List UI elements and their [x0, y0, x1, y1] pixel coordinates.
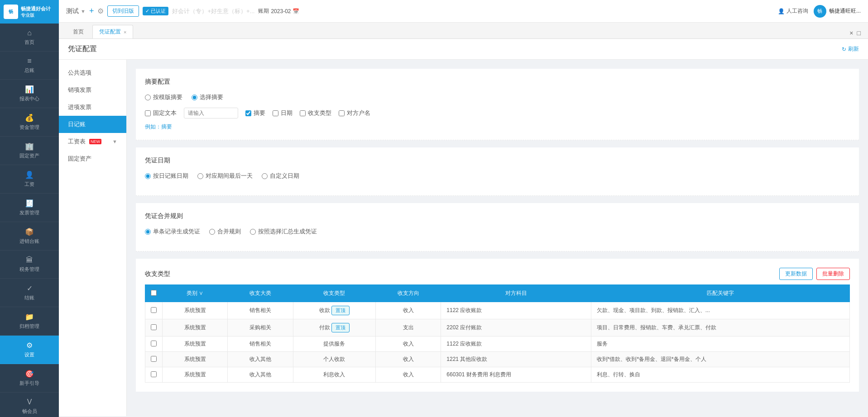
add-button[interactable]: +	[89, 6, 94, 16]
purchase-sales-icon: 📦	[25, 227, 34, 236]
radio-custom-date[interactable]: 自定义日期	[262, 172, 299, 180]
left-nav-payroll[interactable]: 工资表 NEW ▼	[59, 133, 126, 150]
left-nav-fixed-assets[interactable]: 固定资产	[59, 150, 126, 167]
cb-date[interactable]: 日期	[273, 109, 293, 117]
help-button[interactable]: 👤 人工咨询	[778, 7, 808, 15]
left-nav: 公共选项 销项发票 进项发票 日记账 工资表 NEW ▼ 固定资产	[59, 60, 127, 416]
reports-icon: 📊	[25, 85, 34, 94]
refresh-button[interactable]: ↻ 刷新	[842, 45, 859, 53]
guide-icon: 🎯	[25, 370, 34, 378]
income-expense-table: 类别 ∨ 收支大类 收支类型 收支方向 对方科目 匹配关键字	[145, 284, 850, 383]
sidebar-item-payroll[interactable]: 👤工资	[0, 165, 59, 194]
radio-by-select-total[interactable]: 按照选择汇总生成凭证	[250, 227, 317, 236]
cb-fixed-text[interactable]: 固定文本	[145, 109, 177, 117]
fixed-assets-icon: 🏢	[25, 142, 34, 151]
main-area: 测试 ▼ + ⚙ 切到旧版 ✓ 已认证 好会计（专）+好生意（标）+... 账期…	[59, 0, 868, 417]
tab-close-icon[interactable]: ×	[124, 29, 126, 35]
example-text: 例如：摘要	[145, 123, 850, 131]
topbar: 测试 ▼ + ⚙ 切到旧版 ✓ 已认证 好会计（专）+好生意（标）+... 账期…	[59, 0, 868, 23]
sidebar-item-invoice[interactable]: 🧾发票管理	[0, 194, 59, 222]
calendar-icon: 📅	[293, 8, 299, 14]
table-row: 系统预置 收入其他 个人收款 收入 1221 其他应收款 收到*借款、收到*备用…	[145, 352, 850, 367]
voucher-merge-radio-group: 单条记录生成凭证 合并规则 按照选择汇总生成凭证	[145, 227, 850, 236]
table-actions: 更新数据 批量删除	[779, 268, 850, 280]
topbar-right: 👤 人工咨询 畅 畅捷通旺旺...	[778, 5, 861, 18]
table-row: 系统预置 销售相关 收款 置顶 收入 1122 应收账款 欠款、现金、项目款、到…	[145, 302, 850, 319]
refresh-icon: ↻	[842, 46, 846, 52]
cb-summary[interactable]: 摘要	[245, 109, 265, 117]
sidebar-item-tax[interactable]: 🏛税务管理	[0, 251, 59, 279]
radio-by-template[interactable]: 按模版摘要	[145, 93, 182, 101]
row-checkbox-4[interactable]	[151, 356, 157, 362]
th-type: 收支类型	[293, 285, 376, 302]
topbar-title[interactable]: 测试 ▼	[66, 7, 86, 15]
sidebar-nav: ⌂首页 ≡总账 📊报表中心 💰资金管理 🏢固定资产 👤工资 🧾发票管理 📦进销台…	[0, 24, 59, 417]
sidebar-item-archive[interactable]: 📁归档管理	[0, 307, 59, 336]
sidebar-item-settings[interactable]: ⚙设置	[0, 336, 59, 364]
radio-period-last[interactable]: 对应期间最后一天	[197, 172, 253, 180]
cb-income-type[interactable]: 收支类型	[300, 109, 331, 117]
sidebar-item-settlement[interactable]: ✓结账	[0, 279, 59, 307]
select-all-checkbox[interactable]	[151, 290, 157, 296]
ledger-icon: ≡	[27, 57, 31, 65]
radio-single[interactable]: 单条记录生成凭证	[145, 227, 200, 236]
table-header: 收支类型 更新数据 批量删除	[145, 268, 850, 280]
window-close-icon[interactable]: ×	[849, 29, 853, 37]
settings-icon: ⚙	[26, 341, 33, 350]
voucher-merge-title: 凭证合并规则	[145, 212, 850, 220]
certified-badge: ✓ 已认证	[143, 7, 168, 15]
row-checkbox-1[interactable]	[151, 307, 157, 313]
sidebar-item-vip[interactable]: V畅会员	[0, 393, 59, 417]
row-checkbox-3[interactable]	[151, 341, 157, 346]
th-major-type: 收支大类	[228, 285, 293, 302]
voucher-merge-section: 凭证合并规则 单条记录生成凭证 合并规则 按照选择汇总生成凭证	[136, 203, 859, 251]
sidebar-item-purchase-sales[interactable]: 📦进销台账	[0, 222, 59, 251]
row-checkbox-2[interactable]	[151, 324, 157, 330]
user-menu[interactable]: 畅 畅捷通旺旺...	[814, 5, 861, 18]
left-nav-public[interactable]: 公共选项	[59, 64, 126, 81]
tab-home[interactable]: 首页	[66, 25, 91, 38]
cb-counterparty[interactable]: 对方户名	[339, 109, 370, 117]
th-checkbox	[145, 285, 163, 302]
fixed-text-input[interactable]	[184, 108, 238, 118]
left-nav-purchase-invoice[interactable]: 进项发票	[59, 99, 126, 116]
table-row: 系统预置 收入其他 利息收入 收入 660301 财务费用 利息费用 利息、行转…	[145, 367, 850, 383]
left-nav-sales-invoice[interactable]: 销项发票	[59, 81, 126, 99]
batch-delete-button[interactable]: 批量删除	[816, 268, 850, 280]
switch-version-button[interactable]: 切到旧版	[107, 5, 139, 17]
topbar-account-type: 好会计（专）+好生意（标）+...	[172, 7, 254, 15]
certified-icon: ✓	[145, 8, 149, 14]
update-data-button[interactable]: 更新数据	[779, 268, 813, 280]
avatar: 畅	[814, 5, 826, 18]
tab-voucher-config[interactable]: 凭证配置 ×	[92, 25, 133, 38]
topbar-period: 账期 2023-02 📅	[258, 7, 299, 15]
summary-checkbox-group: 固定文本 摘要 日期 收支类型	[145, 108, 850, 118]
voucher-date-section: 凭证日期 按日记账日期 对应期间最后一天 自定义日期	[136, 147, 859, 196]
th-category: 类别 ∨	[163, 285, 228, 302]
voucher-date-radio-group: 按日记账日期 对应期间最后一天 自定义日期	[145, 172, 850, 180]
tax-icon: 🏛	[26, 256, 33, 264]
radio-by-select[interactable]: 选择摘要	[192, 93, 223, 101]
sidebar-item-home[interactable]: ⌂首页	[0, 24, 59, 52]
content-area: 凭证配置 ↻ 刷新 公共选项 销项发票 进项发票 日记账	[59, 39, 868, 417]
logo-text: 畅捷通好会计 专业版	[21, 5, 51, 18]
window-maximize-icon[interactable]: □	[857, 29, 861, 37]
settings-button[interactable]: ⚙	[97, 7, 104, 15]
radio-by-journal-date[interactable]: 按日记账日期	[145, 172, 188, 180]
new-badge: NEW	[89, 139, 101, 144]
table-row: 系统预置 销售相关 提供服务 收入 1122 应收账款 服务	[145, 336, 850, 352]
sidebar-item-guide[interactable]: 🎯新手引导	[0, 364, 59, 393]
page-title: 凭证配置	[68, 44, 97, 54]
sidebar-item-reports[interactable]: 📊报表中心	[0, 80, 59, 108]
row-checkbox-5[interactable]	[151, 371, 157, 377]
table-header-row: 类别 ∨ 收支大类 收支类型 收支方向 对方科目 匹配关键字	[145, 285, 850, 302]
income-expense-section: 收支类型 更新数据 批量删除 类别 ∨ 收支大类 收支类型	[136, 259, 859, 392]
tag-button-1[interactable]: 置顶	[331, 306, 350, 315]
radio-merge-rules[interactable]: 合并规则	[209, 227, 241, 236]
sidebar-item-ledger[interactable]: ≡总账	[0, 52, 59, 80]
left-nav-journal[interactable]: 日记账	[59, 116, 126, 133]
sidebar-item-fixed-assets[interactable]: 🏢固定资产	[0, 137, 59, 165]
tag-button-2[interactable]: 置顶	[331, 323, 350, 332]
sidebar-item-funds[interactable]: 💰资金管理	[0, 108, 59, 137]
home-icon: ⌂	[27, 29, 32, 37]
